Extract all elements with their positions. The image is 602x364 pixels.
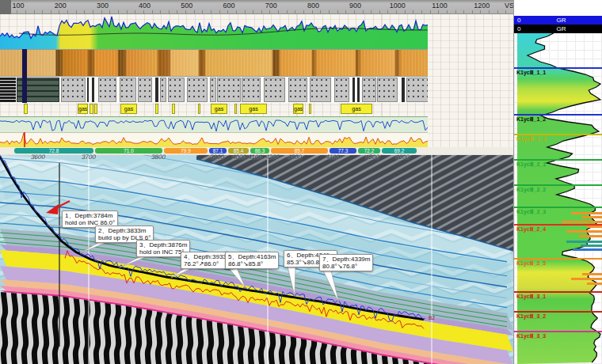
upper-log-panel[interactable]: gasgasgasgasgasgas bbox=[0, 14, 513, 155]
ruler-minor-ticks bbox=[0, 10, 513, 13]
horizon-marker-label: K1ycⅢ_2_1 bbox=[516, 161, 546, 168]
lithology-color-band-track bbox=[0, 49, 428, 77]
survey-segment: 72.2 bbox=[358, 148, 380, 154]
horizon-marker-label: K1ycⅢ_3_3 bbox=[516, 333, 546, 339]
gas-show-box bbox=[24, 104, 28, 114]
ruler-tick-label: 900 bbox=[349, 2, 361, 9]
trajectory-annotation[interactable]: 7、Depth:4339m80.8°↘76.8° bbox=[319, 254, 373, 271]
horizon-marker-line[interactable] bbox=[514, 311, 602, 313]
gr-min-value: 0 bbox=[517, 17, 520, 24]
ruler-tick-label: 600 bbox=[223, 2, 234, 9]
ruler-tick-label: 1100 bbox=[432, 2, 447, 9]
lithology-block bbox=[406, 78, 428, 102]
ruler-tick-label: 500 bbox=[181, 2, 192, 9]
lithology-block bbox=[98, 78, 116, 102]
depth-label: 3600 bbox=[30, 154, 45, 161]
horizon-marker-label: K1ycⅢ_2_5 bbox=[516, 260, 546, 267]
horizon-marker-label: K1ycⅢ_2_2 bbox=[516, 187, 546, 193]
lithology-block bbox=[61, 78, 86, 102]
survey-segment: 79.9 bbox=[164, 148, 208, 154]
annotation-index: 7、 bbox=[322, 256, 332, 263]
survey-segment: 85.4 bbox=[228, 148, 249, 154]
lithology-block bbox=[87, 78, 90, 102]
annotation-index: 4、 bbox=[184, 253, 193, 260]
lithology-column-track bbox=[0, 77, 428, 103]
lithology-block bbox=[217, 78, 241, 102]
horizon-marker-line[interactable] bbox=[514, 291, 602, 293]
lithology-block bbox=[92, 78, 94, 102]
gr-reference-panel[interactable]: 0 GR 0 GR K1ycⅢ_1_1K1ycⅢ_1_2K1ycⅢ_1_3K1y… bbox=[513, 0, 602, 364]
annotation-depth: Depth:3784m bbox=[74, 212, 112, 219]
horizon-marker-line[interactable] bbox=[514, 67, 602, 69]
gas-show-box: gas bbox=[211, 104, 227, 114]
ruler-tick-label: 200 bbox=[55, 2, 67, 9]
gr-curve-name: GR bbox=[557, 25, 566, 32]
gr-header-primary: 0 GR bbox=[514, 16, 602, 25]
gr-curve-track bbox=[0, 14, 428, 49]
lithology-block bbox=[187, 78, 208, 102]
depth-label: 3700 bbox=[81, 154, 96, 161]
depth-label: 4100 bbox=[247, 154, 262, 161]
gas-show-box bbox=[155, 104, 158, 114]
lithology-block bbox=[288, 78, 307, 102]
survey-inclination-value: 69.2 bbox=[383, 148, 415, 153]
horizon-marker-line[interactable] bbox=[514, 258, 602, 260]
horizon-marker-label: K1ycⅢ_1_2 bbox=[516, 116, 546, 123]
depth-label: 4000 bbox=[231, 154, 246, 161]
depth-label: 3800 bbox=[150, 154, 166, 161]
horizon-marker-line[interactable] bbox=[514, 159, 602, 161]
survey-inclination-value: 86.3 bbox=[251, 148, 269, 153]
gr-min-value: 0 bbox=[517, 25, 520, 32]
gas-show-box bbox=[172, 104, 175, 114]
survey-segment: 72.8 bbox=[14, 148, 93, 154]
annotation-line1: 1、Depth:3784m bbox=[65, 212, 115, 219]
survey-inclination-value: 85.7 bbox=[274, 148, 326, 153]
annotation-depth: Depth:3876m bbox=[149, 241, 187, 248]
gr-header-secondary: 0 GR bbox=[514, 25, 602, 33]
ruler-tick-label: 300 bbox=[97, 2, 109, 9]
annotation-index: 5、 bbox=[228, 253, 238, 260]
horizon-marker-line[interactable] bbox=[514, 207, 602, 208]
gr-curve-name: GR bbox=[557, 17, 566, 24]
survey-inclination-value: 72.2 bbox=[359, 148, 379, 153]
survey-segment: 86.3 bbox=[250, 148, 269, 154]
lithology-block bbox=[377, 78, 398, 102]
lithology-block bbox=[242, 78, 261, 102]
lithology-block bbox=[362, 78, 376, 102]
ruler-tick-label: 100 bbox=[12, 2, 24, 9]
rop-curve bbox=[0, 132, 428, 147]
horizon-marker-label: K1ycⅢ_1_3 bbox=[516, 136, 546, 142]
measured-depth-row: 3600370038003900400041004200430044004500… bbox=[0, 154, 513, 163]
horizon-marker-label: K1ycⅢ_3_2 bbox=[516, 313, 546, 320]
depth-label: 4200 bbox=[265, 154, 280, 161]
horizon-marker-label: K1ycⅢ_3_1 bbox=[516, 294, 546, 300]
lithology-block bbox=[160, 78, 166, 102]
survey-segment: 71.0 bbox=[95, 148, 162, 154]
annotation-line1: 7、Depth:4339m bbox=[322, 256, 370, 263]
resistivity-curve bbox=[0, 116, 428, 132]
lithology-block bbox=[210, 78, 216, 102]
lithology-block bbox=[155, 78, 158, 102]
survey-segment: 69.2 bbox=[382, 148, 417, 154]
gas-show-box bbox=[94, 104, 97, 114]
annotation-detail: 80.8°↘76.8° bbox=[322, 263, 370, 270]
horizon-marker-line[interactable] bbox=[514, 114, 602, 116]
survey-inclination-value: 71.0 bbox=[98, 148, 159, 153]
lithology-block bbox=[352, 78, 355, 102]
horizon-marker-line[interactable] bbox=[514, 184, 602, 186]
ruler-tick-label: 400 bbox=[139, 2, 150, 9]
annotation-index: 2、 bbox=[98, 227, 108, 234]
depth-label: 4300 bbox=[287, 154, 302, 161]
gas-show-box: gas bbox=[293, 104, 303, 114]
gas-show-box: gas bbox=[78, 104, 88, 114]
lithology-block bbox=[138, 78, 153, 102]
horizon-marker-line[interactable] bbox=[514, 331, 602, 332]
lithology-block bbox=[402, 78, 405, 102]
ruler-corner-block bbox=[0, 0, 11, 14]
horizon-marker-label: K1ycⅢ_2_3 bbox=[516, 209, 546, 215]
horizon-marker-line[interactable] bbox=[514, 224, 602, 226]
horizon-marker-line[interactable] bbox=[514, 134, 602, 135]
lithology-block bbox=[120, 78, 135, 102]
survey-inclination-value: 79.9 bbox=[166, 148, 206, 153]
trajectory-annotation[interactable]: 5、Depth:4163m86.8°↘85.8° bbox=[225, 252, 279, 269]
